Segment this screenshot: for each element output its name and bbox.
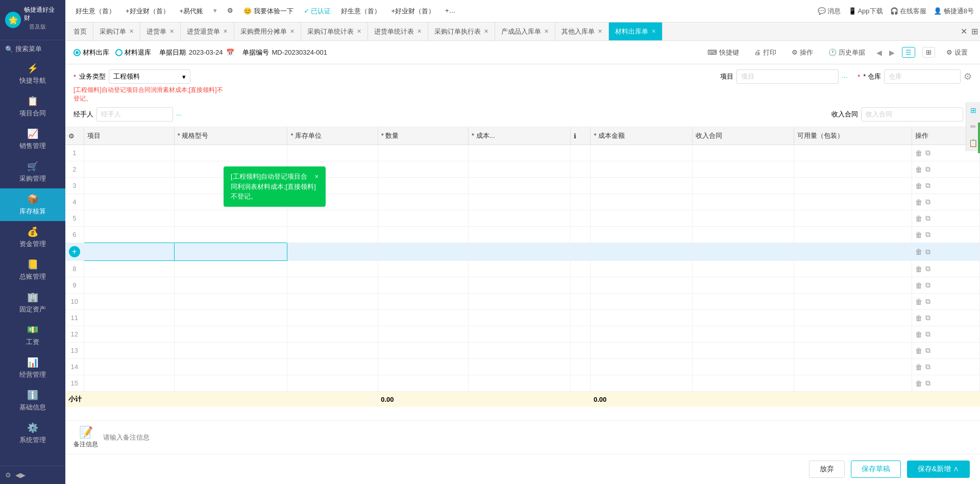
tab-purchase-bill-stat[interactable]: 进货单统计表 ✕	[368, 22, 428, 40]
history-btn[interactable]: 🕐 历史单据	[824, 46, 869, 59]
row-4-cost[interactable]	[469, 194, 570, 210]
row-6-qty[interactable]	[378, 227, 468, 243]
biz-type-select[interactable]: 工程领料 ▾	[109, 69, 190, 84]
topbar-message[interactable]: 💬 消息	[818, 7, 841, 16]
row-7-unit[interactable]	[287, 243, 378, 261]
row-5-contract[interactable]	[692, 210, 794, 227]
save-draft-btn[interactable]: 保存草稿	[851, 461, 901, 478]
tooltip-close-btn[interactable]: ×	[314, 172, 318, 182]
topbar-app-download[interactable]: 📱 App下载	[848, 7, 883, 16]
row-11-cost[interactable]	[469, 310, 570, 326]
th-settings[interactable]: ⚙	[65, 127, 84, 145]
topbar-more[interactable]: +…	[441, 7, 460, 16]
row-10-project[interactable]	[84, 294, 174, 310]
row-9-cost-amt[interactable]	[591, 277, 692, 294]
row-10-delete-icon[interactable]: 🗑	[915, 298, 922, 306]
row-8-cost-amt[interactable]	[591, 261, 692, 277]
row-15-qty[interactable]	[378, 375, 468, 392]
row-5-delete-icon[interactable]: 🗑	[915, 214, 922, 223]
row-7-qty[interactable]	[378, 243, 468, 261]
row-7-cost-amt[interactable]	[591, 243, 692, 261]
row-5-project[interactable]	[84, 210, 174, 227]
window-grid-icon[interactable]: ⊞	[971, 27, 978, 36]
sidebar-item-project[interactable]: 📋 项目合同	[0, 90, 65, 123]
note-input[interactable]	[103, 431, 972, 443]
row-12-delete-icon[interactable]: 🗑	[915, 330, 922, 338]
row-12-contract[interactable]	[692, 326, 794, 343]
row-10-spec[interactable]	[174, 294, 287, 310]
row-4-qty[interactable]	[378, 194, 468, 210]
row-7-project[interactable]	[84, 243, 174, 261]
window-close-icon[interactable]: ✕	[961, 27, 967, 36]
row-13-unit[interactable]	[287, 343, 378, 359]
row-6-project[interactable]	[84, 227, 174, 243]
view-grid-btn[interactable]: ⊞	[922, 47, 935, 58]
row-3-delete-icon[interactable]: 🗑	[915, 182, 922, 190]
row-1-contract[interactable]	[692, 145, 794, 161]
row-12-cost-amt[interactable]	[591, 326, 692, 343]
row-4-contract[interactable]	[692, 194, 794, 210]
row-8-available[interactable]	[794, 261, 912, 277]
topbar-good-biz[interactable]: 好生意（首）	[71, 7, 119, 16]
row-2-project[interactable]	[84, 161, 174, 178]
row-6-cost[interactable]	[469, 227, 570, 243]
tab-purchase-stat-close[interactable]: ✕	[357, 28, 361, 35]
row-7-contract[interactable]	[692, 243, 794, 261]
row-15-cost-amt[interactable]	[591, 375, 692, 392]
right-panel-icon-2[interactable]: ✏	[970, 123, 976, 131]
row-15-project[interactable]	[84, 375, 174, 392]
row-2-delete-icon[interactable]: 🗑	[915, 165, 922, 174]
row-11-spec[interactable]	[174, 310, 287, 326]
tab-purchase-exec-close[interactable]: ✕	[484, 28, 488, 35]
row-8-cost[interactable]	[469, 261, 570, 277]
topbar-settings-icon[interactable]: ⚙	[223, 7, 237, 16]
row-12-project[interactable]	[84, 326, 174, 343]
row-5-cost-amt[interactable]	[591, 210, 692, 227]
row-10-qty[interactable]	[378, 294, 468, 310]
row-1-spec[interactable]	[174, 145, 287, 161]
row-15-unit[interactable]	[287, 375, 378, 392]
row-8-unit[interactable]	[287, 261, 378, 277]
row-4-cost-amt[interactable]	[591, 194, 692, 210]
row-5-unit[interactable]	[287, 210, 378, 227]
settings-btn[interactable]: ⚙ 设置	[942, 46, 972, 59]
row-4-copy-icon[interactable]: ⧉	[925, 198, 930, 206]
row-8-qty[interactable]	[378, 261, 468, 277]
row-2-qty[interactable]	[378, 161, 468, 178]
row-10-cost[interactable]	[469, 294, 570, 310]
row-7-delete-icon[interactable]: 🗑	[915, 248, 922, 256]
row-6-available[interactable]	[794, 227, 912, 243]
tab-purchase-bill[interactable]: 进货单 ✕	[140, 22, 181, 40]
sidebar-item-finance[interactable]: 💰 资金管理	[0, 221, 65, 254]
row-13-qty[interactable]	[378, 343, 468, 359]
settings-bottom-icon[interactable]: ⚙	[5, 471, 11, 479]
handler-more-icon[interactable]: ···	[176, 111, 182, 118]
row-9-project[interactable]	[84, 277, 174, 294]
project-more-icon[interactable]: ···	[842, 73, 847, 81]
project-input[interactable]: 项目	[737, 69, 839, 84]
topbar-dropdown-arrow[interactable]: ▾	[209, 7, 221, 16]
row-13-delete-icon[interactable]: 🗑	[915, 347, 922, 355]
topbar-good-finance[interactable]: +好业财（首）	[121, 7, 174, 16]
row-13-cost[interactable]	[469, 343, 570, 359]
row-12-qty[interactable]	[378, 326, 468, 343]
row-10-copy-icon[interactable]: ⧉	[925, 297, 930, 306]
row-1-qty[interactable]	[378, 145, 468, 161]
tab-purchase-exec[interactable]: 采购订单执行表 ✕	[428, 22, 495, 40]
row-11-contract[interactable]	[692, 310, 794, 326]
row-12-available[interactable]	[794, 326, 912, 343]
row-8-contract[interactable]	[692, 261, 794, 277]
row-13-copy-icon[interactable]: ⧉	[925, 346, 930, 355]
topbar-certified[interactable]: ✓ 已认证	[300, 7, 335, 16]
sidebar-item-ledger[interactable]: 📒 总账管理	[0, 254, 65, 286]
row-1-cost-amt[interactable]	[591, 145, 692, 161]
sidebar-search[interactable]: 🔍 搜索菜单	[0, 40, 65, 58]
tab-purchase-cost[interactable]: 采购费用分摊单 ✕	[234, 22, 301, 40]
row-2-cost-amt[interactable]	[591, 161, 692, 178]
row-11-copy-icon[interactable]: ⧉	[925, 313, 930, 322]
row-10-cost-amt[interactable]	[591, 294, 692, 310]
row-9-available[interactable]	[794, 277, 912, 294]
row-14-cost-amt[interactable]	[591, 359, 692, 375]
tab-material-out-close[interactable]: ✕	[651, 28, 656, 35]
row-6-spec[interactable]	[174, 227, 287, 243]
